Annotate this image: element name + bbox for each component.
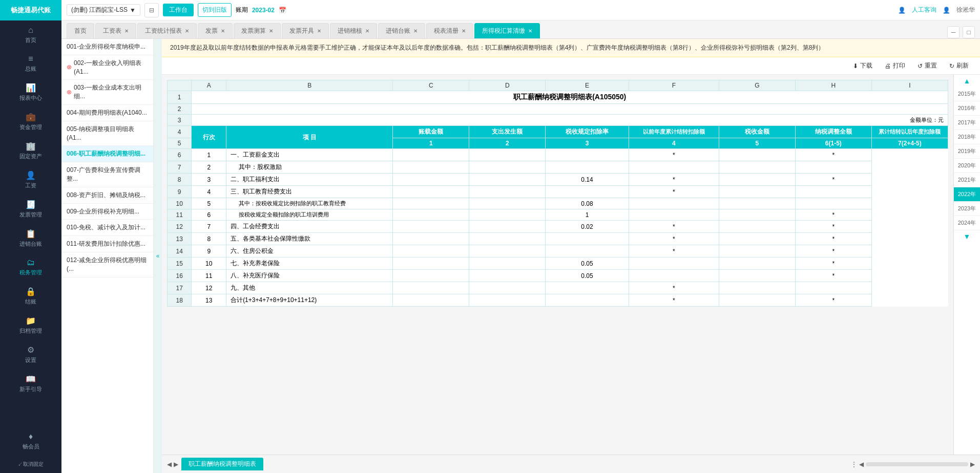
list-item-002[interactable]: ⊗ 002-一般企业收入明细表(A1...: [61, 55, 153, 80]
unit-label: 金额单位：元: [192, 115, 948, 126]
list-item-005[interactable]: 005-纳税调整项目明细表(A1...: [61, 121, 153, 146]
list-item-001[interactable]: 001-企业所得税年度纳税申...: [61, 39, 153, 55]
tab-close-invoice-calc[interactable]: ✕: [269, 28, 273, 34]
year-2020[interactable]: 2020年: [954, 159, 980, 173]
chevron-down-icon: ▼: [130, 7, 136, 14]
sheet-nav-right[interactable]: ▶: [174, 461, 178, 468]
tab-maximize[interactable]: □: [963, 26, 975, 38]
list-item-007[interactable]: 007-广告费和业务宣传费调整...: [61, 162, 153, 187]
sidebar-item-guide[interactable]: 📖 新手引导: [0, 369, 61, 398]
sidebar-item-tax[interactable]: 🗂 税务管理: [0, 253, 61, 282]
sheet-scrollbar[interactable]: [866, 462, 968, 466]
sidebar-item-fixed-assets[interactable]: 🏢 固定资产: [0, 136, 61, 165]
year-scroll-down[interactable]: ▼: [954, 230, 980, 243]
table-row: 10 5 其中：按税收规定比例扣除的职工教育经费 0.08: [168, 198, 948, 209]
error-icon-002: ⊗: [67, 63, 72, 72]
tab-verify[interactable]: 进销稽核 ✕: [330, 23, 377, 38]
reset-button[interactable]: ↺ 重置: [914, 60, 940, 71]
sidebar-item-settings[interactable]: ⚙ 设置: [0, 340, 61, 369]
table-row: 13 8 五、各类基本社会保障性缴款 * *: [168, 233, 948, 245]
tab-close-ledger[interactable]: ✕: [413, 28, 418, 34]
year-2015[interactable]: 2015年: [954, 87, 980, 101]
tab-invoice-issue[interactable]: 发票开具 ✕: [282, 23, 329, 38]
col-header-item: 项 目: [226, 126, 393, 149]
sidebar-item-sales-purchase[interactable]: 📋 进销台账: [0, 224, 61, 253]
list-item-010[interactable]: 010-免税、减计收入及加计...: [61, 220, 153, 236]
year-2016[interactable]: 2016年: [954, 101, 980, 116]
invoice-icon: 🧾: [26, 200, 36, 209]
tab-close-verify[interactable]: ✕: [365, 28, 369, 34]
col-A: A: [192, 80, 226, 91]
list-item-003[interactable]: ⊗ 003-一般企业成本支出明细...: [61, 80, 153, 105]
tab-home[interactable]: 首页: [67, 23, 94, 38]
list-item-004[interactable]: 004-期间费用明细表(A1040...: [61, 105, 153, 121]
sidebar-label-cancel-fixed: ↙取消固定: [18, 461, 44, 468]
list-item-008[interactable]: 008-资产折旧、摊销及纳税...: [61, 187, 153, 204]
tab-tax-forms[interactable]: 税表清册 ✕: [426, 23, 473, 38]
sidebar-item-cancel-fixed[interactable]: ↙取消固定: [0, 456, 61, 473]
subheader-e: 2: [469, 138, 546, 149]
user-name[interactable]: 徐淞华: [956, 6, 975, 14]
fixed-assets-icon: 🏢: [26, 141, 36, 151]
year-2018[interactable]: 2018年: [954, 130, 980, 144]
sheet-tab-active[interactable]: 职工薪酬纳税调整明细表: [181, 458, 263, 470]
tab-ledger[interactable]: 进销台账 ✕: [378, 23, 425, 38]
tab-invoice[interactable]: 发票 ✕: [198, 23, 233, 38]
year-2024[interactable]: 2024年: [954, 216, 980, 230]
tab-close-payroll[interactable]: ✕: [124, 28, 129, 34]
workbench-button[interactable]: 工作台: [163, 4, 194, 16]
table-row: 2: [168, 104, 948, 115]
list-item-009[interactable]: 009-企业所得税补充明细...: [61, 204, 153, 220]
tab-close-payroll-report[interactable]: ✕: [185, 28, 189, 34]
guide-icon: 📖: [26, 374, 36, 384]
tab-income-tax[interactable]: 所得税汇算清缴 ✕: [474, 23, 540, 38]
year-2019[interactable]: 2019年: [954, 144, 980, 159]
support-label[interactable]: 人工客询: [912, 6, 936, 14]
sidebar-item-archive[interactable]: 📁 归档管理: [0, 311, 61, 340]
year-2023[interactable]: 2023年: [954, 202, 980, 216]
old-version-button[interactable]: 切到旧版: [198, 3, 232, 17]
tab-invoice-calc[interactable]: 发票测算 ✕: [234, 23, 281, 38]
year-2021[interactable]: 2021年: [954, 173, 980, 187]
sidebar-item-home[interactable]: ⌂ 首页: [0, 20, 61, 49]
user-avatar: 👤: [943, 7, 950, 14]
col-header-d: 账载金额: [393, 126, 469, 138]
panel-collapse-button[interactable]: «: [154, 39, 162, 473]
print-button[interactable]: 🖨 打印: [882, 60, 908, 71]
sidebar-label-sales: 进销台账: [19, 240, 42, 248]
sidebar-item-asset-mgmt[interactable]: 💼 资金管理: [0, 107, 61, 136]
sheet-scroll-left[interactable]: ◀: [859, 461, 864, 468]
tab-close-income-tax[interactable]: ✕: [528, 28, 532, 34]
list-item-011[interactable]: 011-研发费用加计扣除优惠...: [61, 236, 153, 252]
year-2022[interactable]: 2022年: [954, 187, 980, 202]
main-area: (勿删) 江西皖宝-LSS ▼ ⊟ 工作台 切到旧版 账期 2023-02 📅 …: [61, 0, 980, 473]
tab-payroll-report[interactable]: 工资统计报表 ✕: [137, 23, 197, 38]
list-item-012[interactable]: 012-减免企业所得税优惠明细(...: [61, 252, 153, 277]
sidebar-item-invoice[interactable]: 🧾 发票管理: [0, 195, 61, 224]
list-item-006[interactable]: 006-职工薪酬纳税调整明细...: [61, 146, 153, 162]
year-scroll-up[interactable]: ▲: [954, 75, 980, 87]
copy-button[interactable]: ⊟: [144, 3, 159, 17]
sidebar-item-closing[interactable]: 🔒 结账: [0, 282, 61, 311]
sheet-nav-left[interactable]: ◀: [167, 461, 172, 468]
sidebar-item-member[interactable]: ♦ 畅会员: [0, 427, 61, 456]
sheet-bar-controls: ⋮ ◀ ▶: [851, 461, 975, 468]
download-label: 下载: [860, 61, 872, 70]
sidebar-item-ledger[interactable]: ≡ 总账: [0, 49, 61, 78]
sidebar-item-reports[interactable]: 📊 报表中心: [0, 78, 61, 107]
tab-payroll[interactable]: 工资表 ✕: [95, 23, 136, 38]
sheet-scroll-right[interactable]: ▶: [970, 461, 975, 468]
tab-close-tax-forms[interactable]: ✕: [462, 28, 466, 34]
sheet-menu-icon[interactable]: ⋮: [851, 461, 857, 468]
tab-close-invoice[interactable]: ✕: [221, 28, 225, 34]
company-selector[interactable]: (勿删) 江西皖宝-LSS ▼: [67, 4, 140, 16]
col-G: G: [719, 80, 795, 91]
subheader-d: 1: [393, 138, 469, 149]
tab-minimize[interactable]: ─: [947, 26, 960, 38]
refresh-button[interactable]: ↻ 刷新: [946, 60, 972, 71]
sidebar-item-payroll[interactable]: 👤 工资: [0, 165, 61, 195]
year-2017[interactable]: 2017年: [954, 116, 980, 130]
archive-icon: 📁: [26, 316, 36, 326]
tab-close-invoice-issue[interactable]: ✕: [317, 28, 321, 34]
download-button[interactable]: ⬇ 下载: [850, 60, 875, 71]
